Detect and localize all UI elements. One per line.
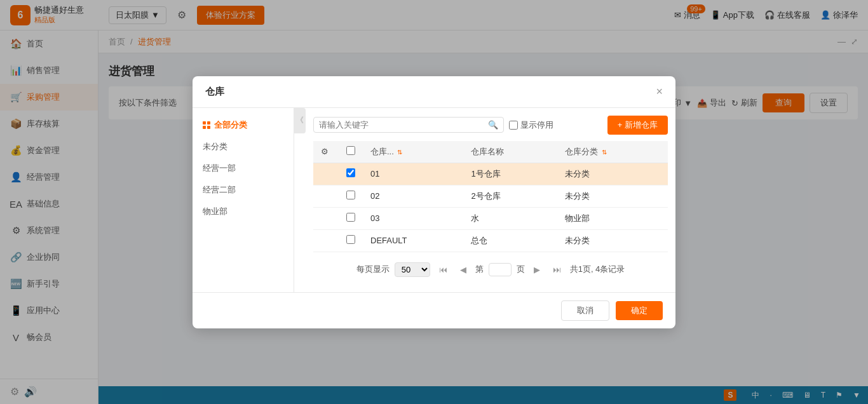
modal-header: 仓库 × [193, 76, 675, 108]
search-input-wrap: 🔍 [313, 117, 504, 133]
modal-overlay: 仓库 × 全部分类 未分类经营一部经营二部物业部 《 [0, 0, 868, 137]
search-icon[interactable]: 🔍 [488, 120, 498, 130]
add-warehouse-button[interactable]: + 新增仓库 [607, 116, 668, 135]
show-disabled-checkbox[interactable] [509, 121, 518, 130]
content-panel: 🔍 显示停用 + 新增仓库 ⚙ [306, 108, 675, 138]
search-input[interactable] [319, 120, 488, 130]
collapse-category-btn[interactable]: 《 [294, 108, 306, 133]
category-panel: 全部分类 未分类经营一部经营二部物业部 [193, 108, 294, 138]
modal-body: 全部分类 未分类经营一部经营二部物业部 《 🔍 显示停用 + 新 [193, 108, 675, 138]
category-item-0[interactable]: 未分类 [193, 136, 294, 138]
modal-close-button[interactable]: × [656, 85, 663, 98]
modal-title: 仓库 [205, 86, 224, 98]
search-bar: 🔍 显示停用 + 新增仓库 [313, 116, 668, 135]
show-disabled-label[interactable]: 显示停用 [509, 119, 553, 131]
all-categories[interactable]: 全部分类 [193, 114, 294, 136]
warehouse-modal: 仓库 × 全部分类 未分类经营一部经营二部物业部 《 [193, 76, 675, 138]
